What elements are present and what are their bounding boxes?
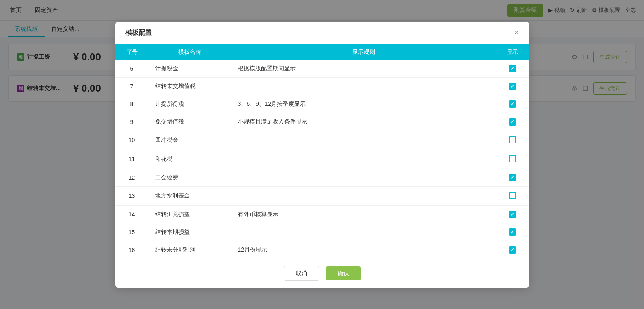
table-header-row: 序号 模板名称 显示规则 显示	[115, 44, 529, 60]
table-row: 15结转本期损益	[115, 223, 529, 241]
table-row: 8计提所得税3、6、9、12月按季度显示	[115, 95, 529, 113]
template-table: 序号 模板名称 显示规则 显示 6计提税金根据模版配置期间显示7结转未交增值税8…	[115, 44, 529, 259]
cell-name: 印花税	[148, 150, 231, 169]
cell-seq: 8	[115, 95, 148, 113]
col-seq: 序号	[115, 44, 148, 60]
table-body: 6计提税金根据模版配置期间显示7结转未交增值税8计提所得税3、6、9、12月按季…	[115, 60, 529, 259]
cancel-button[interactable]: 取消	[284, 266, 319, 281]
cell-display	[496, 60, 529, 78]
cell-display	[496, 186, 529, 205]
cell-rule	[231, 169, 496, 186]
cell-seq: 6	[115, 60, 148, 78]
cell-seq: 10	[115, 131, 148, 150]
cell-rule	[231, 186, 496, 205]
cell-seq: 16	[115, 241, 148, 259]
template-config-modal: 模板配置 × 序号 模板名称 显示规则 显示 6计提税金根据模版配置期间显示7结…	[115, 22, 529, 288]
cell-name: 结转汇兑损益	[148, 205, 231, 223]
col-name: 模板名称	[148, 44, 231, 60]
modal-header: 模板配置 ×	[115, 22, 529, 44]
display-checkbox-15[interactable]	[509, 228, 516, 236]
cell-display	[496, 223, 529, 241]
cell-seq: 14	[115, 205, 148, 223]
table-row: 12工会经费	[115, 169, 529, 186]
cell-display	[496, 113, 529, 131]
display-checkbox-16[interactable]	[509, 246, 516, 254]
cell-rule: 12月份显示	[231, 241, 496, 259]
table-row: 9免交增值税小规模且满足收入条件显示	[115, 113, 529, 131]
cell-display	[496, 95, 529, 113]
display-checkbox-6[interactable]	[509, 65, 516, 72]
cell-display	[496, 169, 529, 186]
cell-name: 地方水利基金	[148, 186, 231, 205]
cell-name: 结转未交增值税	[148, 77, 231, 95]
display-checkbox-13[interactable]	[509, 192, 516, 199]
cell-rule: 小规模且满足收入条件显示	[231, 113, 496, 131]
cell-display	[496, 131, 529, 150]
cell-display	[496, 150, 529, 169]
table-row: 13地方水利基金	[115, 186, 529, 205]
display-checkbox-7[interactable]	[509, 83, 516, 90]
modal-footer: 取消 确认	[115, 259, 529, 288]
cell-rule: 3、6、9、12月按季度显示	[231, 95, 496, 113]
modal-title: 模板配置	[125, 29, 152, 37]
cell-seq: 11	[115, 150, 148, 169]
display-checkbox-9[interactable]	[509, 118, 516, 126]
cell-seq: 12	[115, 169, 148, 186]
cell-rule	[231, 131, 496, 150]
display-checkbox-10[interactable]	[509, 136, 516, 143]
cell-display	[496, 77, 529, 95]
cell-name: 计提所得税	[148, 95, 231, 113]
cell-rule: 有外币核算显示	[231, 205, 496, 223]
display-checkbox-8[interactable]	[509, 100, 516, 108]
table-row: 7结转未交增值税	[115, 77, 529, 95]
cell-rule: 根据模版配置期间显示	[231, 60, 496, 78]
table-row: 14结转汇兑损益有外币核算显示	[115, 205, 529, 223]
table-row: 16结转未分配利润12月份显示	[115, 241, 529, 259]
cell-name: 免交增值税	[148, 113, 231, 131]
col-display: 显示	[496, 44, 529, 60]
cell-name: 结转本期损益	[148, 223, 231, 241]
modal-overlay: 模板配置 × 序号 模板名称 显示规则 显示 6计提税金根据模版配置期间显示7结…	[0, 0, 644, 309]
cell-seq: 7	[115, 77, 148, 95]
table-row: 11印花税	[115, 150, 529, 169]
cell-display	[496, 241, 529, 259]
display-checkbox-14[interactable]	[509, 211, 516, 218]
cell-display	[496, 205, 529, 223]
cell-name: 工会经费	[148, 169, 231, 186]
cell-name: 结转未分配利润	[148, 241, 231, 259]
confirm-button[interactable]: 确认	[326, 266, 361, 280]
modal-close-button[interactable]: ×	[515, 29, 519, 36]
col-rule: 显示规则	[231, 44, 496, 60]
modal-body: 序号 模板名称 显示规则 显示 6计提税金根据模版配置期间显示7结转未交增值税8…	[115, 44, 529, 259]
cell-rule	[231, 77, 496, 95]
cell-rule	[231, 223, 496, 241]
display-checkbox-11[interactable]	[509, 155, 516, 162]
cell-name: 计提税金	[148, 60, 231, 78]
cell-seq: 9	[115, 113, 148, 131]
table-row: 10回冲税金	[115, 131, 529, 150]
table-row: 6计提税金根据模版配置期间显示	[115, 60, 529, 78]
cell-seq: 15	[115, 223, 148, 241]
cell-name: 回冲税金	[148, 131, 231, 150]
cell-rule	[231, 150, 496, 169]
cell-seq: 13	[115, 186, 148, 205]
display-checkbox-12[interactable]	[509, 174, 516, 181]
